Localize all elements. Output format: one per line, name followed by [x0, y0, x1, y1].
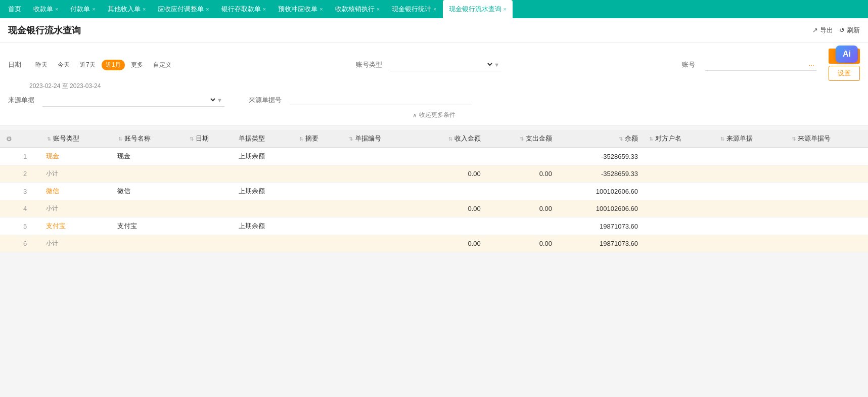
date-btn-1month[interactable]: 近1月 — [102, 60, 125, 70]
col-doc-no-header[interactable]: ⇅ 单据编号 — [343, 130, 414, 148]
collapse-button[interactable]: ∧ 收起更多条件 — [413, 111, 455, 119]
col-doc-type-header[interactable]: 单据类型 — [234, 130, 294, 148]
col-doc-no-label: 单据编号 — [355, 135, 381, 142]
table-cell — [714, 183, 786, 200]
table-cell — [714, 200, 786, 217]
table-cell — [0, 183, 18, 200]
col-source-doc-header[interactable]: ⇅ 来源单据 — [714, 130, 786, 148]
table-cell — [486, 217, 557, 235]
nav-tab-收款核销执行[interactable]: 收款核销执行× — [329, 0, 386, 18]
table-cell — [343, 217, 414, 235]
settings-button[interactable]: 设置 — [829, 66, 860, 81]
table-cell — [184, 165, 233, 183]
table-cell: 小计 — [41, 200, 112, 217]
tab-close-icon[interactable]: × — [55, 6, 58, 12]
tab-close-icon[interactable]: × — [263, 6, 266, 12]
sort-icon-11: ⇅ — [792, 136, 796, 142]
table-body: 1现金现金上期余额-3528659.332小计0.000.00-3528659.… — [0, 148, 868, 252]
date-range-display: 2023-02-24 至 2023-03-24 — [27, 82, 860, 91]
table-cell: 小计 — [41, 235, 112, 252]
tab-close-icon[interactable]: × — [206, 6, 209, 12]
table-row: 3微信微信上期余额100102606.60 — [0, 183, 868, 200]
date-btn-more[interactable]: 更多 — [127, 60, 147, 70]
collapse-label: 收起更多条件 — [419, 111, 455, 119]
tab-close-icon[interactable]: × — [143, 6, 146, 12]
table-cell — [234, 235, 294, 252]
col-source-doc-label: 来源单据 — [726, 135, 753, 142]
tab-close-icon[interactable]: × — [377, 6, 380, 12]
col-summary-header[interactable]: ⇅ 摘要 — [293, 130, 343, 148]
table-cell — [184, 148, 233, 165]
nav-tab-应收应付调整单[interactable]: 应收应付调整单× — [152, 0, 215, 18]
refresh-button[interactable]: ↺ 刷新 — [839, 26, 860, 35]
col-balance-header[interactable]: ⇅ 余额 — [557, 130, 643, 148]
account-dots-button[interactable]: ··· — [808, 61, 814, 69]
table-cell — [293, 183, 343, 200]
table-cell: 19871073.60 — [557, 235, 643, 252]
source-doc-select[interactable] — [44, 95, 217, 105]
col-date-header[interactable]: ⇅ 日期 — [184, 130, 233, 148]
table-cell — [786, 235, 868, 252]
date-label: 日期 — [8, 60, 23, 69]
table-cell — [0, 200, 18, 217]
table-cell: -3528659.33 — [557, 148, 643, 165]
table-cell — [0, 235, 18, 252]
table-cell — [786, 183, 868, 200]
table-cell: 微信 — [112, 183, 184, 200]
table-cell — [293, 148, 343, 165]
table-header: ⚙ ⇅ 账号类型 ⇅ 账号名称 ⇅ 日期 单据类型 — [0, 130, 868, 148]
sort-icon-7: ⇅ — [520, 136, 524, 142]
table-cell: 100102606.60 — [557, 200, 643, 217]
tab-close-icon[interactable]: × — [92, 6, 95, 12]
table-cell — [234, 200, 294, 217]
table-cell — [184, 200, 233, 217]
table-cell — [343, 183, 414, 200]
ai-badge[interactable]: Ai — [836, 46, 858, 63]
table-cell — [643, 148, 714, 165]
date-btn-custom[interactable]: 自定义 — [149, 60, 175, 70]
table-cell: -3528659.33 — [557, 165, 643, 183]
nav-tab-现金银行统计[interactable]: 现金银行统计× — [386, 0, 442, 18]
page-header: 现金银行流水查询 ↗ 导出 ↺ 刷新 — [0, 18, 868, 42]
col-date-label: 日期 — [196, 135, 209, 142]
table-cell — [643, 165, 714, 183]
col-expense-header[interactable]: ⇅ 支出金额 — [486, 130, 557, 148]
nav-tab-付款单[interactable]: 付款单× — [64, 0, 101, 18]
table-cell — [786, 200, 868, 217]
date-btn-7days[interactable]: 近7天 — [76, 60, 100, 70]
sort-icon-2: ⇅ — [118, 136, 122, 142]
nav-tab-其他收入单[interactable]: 其他收入单× — [102, 0, 152, 18]
table-cell — [786, 217, 868, 235]
col-income-header[interactable]: ⇅ 收入金额 — [415, 130, 486, 148]
nav-tab-银行存取款单[interactable]: 银行存取款单× — [215, 0, 272, 18]
table-cell — [184, 183, 233, 200]
col-counterpart-header[interactable]: ⇅ 对方户名 — [643, 130, 714, 148]
table-cell: 上期余额 — [234, 148, 294, 165]
gear-icon[interactable]: ⚙ — [6, 135, 12, 143]
col-counterpart-label: 对方户名 — [655, 135, 681, 142]
col-account-name-header[interactable]: ⇅ 账号名称 — [112, 130, 184, 148]
tab-close-icon[interactable]: × — [504, 6, 507, 12]
nav-home[interactable]: 首页 — [2, 5, 27, 14]
source-doc-num-input[interactable] — [290, 95, 472, 105]
nav-tab-预收冲应收单[interactable]: 预收冲应收单× — [272, 0, 329, 18]
nav-tab-收款单[interactable]: 收款单× — [27, 0, 64, 18]
account-input[interactable] — [707, 60, 806, 69]
tab-close-icon[interactable]: × — [319, 6, 323, 12]
tab-close-icon[interactable]: × — [433, 6, 436, 12]
table-cell: 2 — [18, 165, 41, 183]
col-source-doc-no-header[interactable]: ⇅ 来源单据号 — [786, 130, 868, 148]
filter-area: 日期 昨天 今天 近7天 近1月 更多 自定义 账号类型 ▼ 账号 ··· 查询… — [0, 42, 868, 126]
sort-icon-3: ⇅ — [190, 136, 194, 142]
top-nav: 首页 收款单×付款单×其他收入单×应收应付调整单×银行存取款单×预收冲应收单×收… — [0, 0, 868, 18]
export-button[interactable]: ↗ 导出 — [812, 26, 833, 35]
table-cell: 上期余额 — [234, 217, 294, 235]
col-account-type-header[interactable]: ⇅ 账号类型 — [41, 130, 112, 148]
table-cell — [486, 148, 557, 165]
date-btn-today[interactable]: 今天 — [54, 60, 74, 70]
account-type-select[interactable] — [392, 59, 494, 70]
settings-col-header[interactable]: ⚙ — [0, 130, 18, 148]
table-cell: 微信 — [41, 183, 112, 200]
date-btn-yesterday[interactable]: 昨天 — [31, 60, 52, 70]
nav-tab-现金银行流水查询[interactable]: 现金银行流水查询× — [443, 0, 513, 18]
